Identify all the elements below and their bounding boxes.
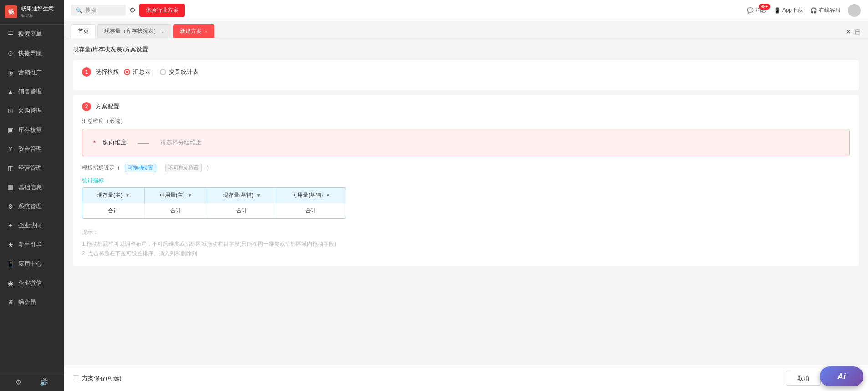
ai-float-button[interactable]: Ai <box>820 366 863 386</box>
sidebar-item-label: 营销推广 <box>18 68 42 77</box>
sidebar-item-label: 新手引导 <box>18 241 42 249</box>
headphone-icon: 🎧 <box>810 7 817 14</box>
star-icon: ★ <box>6 241 15 249</box>
dimension-label: 汇总维度（必选） <box>82 118 850 125</box>
operation-icon: ◫ <box>6 164 15 172</box>
message-button[interactable]: 💬 消息 99+ <box>747 6 766 14</box>
sidebar-logo: 畅 畅康通好生意 标准版 <box>0 0 64 25</box>
save-option-label: 方案保存(可选) <box>82 374 122 382</box>
sidebar-item-basic-info[interactable]: ▤ 基础信息 <box>0 178 64 197</box>
crown-icon: ♛ <box>6 298 15 306</box>
col-header-4[interactable]: 可用量(基辅) ▼ <box>276 188 346 203</box>
sidebar-item-enterprise[interactable]: ✦ 企业协同 <box>0 216 64 235</box>
message-icon: 💬 <box>747 7 754 14</box>
radio-cross[interactable]: 交叉统计表 <box>160 68 199 76</box>
cell-1-3: 合计 <box>207 203 276 219</box>
sidebar-item-app-center[interactable]: 📱 应用中心 <box>0 254 64 273</box>
sidebar-item-quick-nav[interactable]: ⊙ 快捷导航 <box>0 44 64 63</box>
sidebar-item-search-menu[interactable]: ☰ 搜索菜单 <box>0 25 64 44</box>
ai-label: Ai <box>837 372 846 381</box>
sound-icon[interactable]: 🔊 <box>40 378 49 386</box>
sidebar-item-label: 畅会员 <box>18 298 36 306</box>
sidebar-item-label: 应用中心 <box>18 260 42 268</box>
topbar: 🔍 搜索 ⚙ 体验行业方案 💬 消息 99+ 📱 App下载 🎧 在线客服 <box>64 0 868 21</box>
save-option: 方案保存(可选) <box>73 374 122 382</box>
col-3-arrow-icon: ▼ <box>256 193 261 198</box>
col-2-arrow-icon: ▼ <box>188 193 192 198</box>
radio-summary-circle <box>124 69 130 75</box>
online-service-button[interactable]: 🎧 在线客服 <box>810 6 841 14</box>
main-area: 🔍 搜索 ⚙ 体验行业方案 💬 消息 99+ 📱 App下载 🎧 在线客服 <box>64 0 868 391</box>
avatar[interactable] <box>848 4 861 17</box>
topbar-right: 💬 消息 99+ 📱 App下载 🎧 在线客服 <box>747 4 861 17</box>
radio-summary[interactable]: 汇总表 <box>124 68 151 76</box>
col-header-1[interactable]: 现存量(主) ▼ <box>82 188 144 203</box>
sidebar-item-label: 搜索菜单 <box>18 30 42 38</box>
stats-section-label: 统计指标 <box>82 177 850 185</box>
sidebar-item-purchase[interactable]: ⊞ 采购管理 <box>0 101 64 120</box>
sidebar-item-operation[interactable]: ◫ 经营管理 <box>0 159 64 178</box>
cell-1-1: 合计 <box>82 203 144 219</box>
home-icon: ⊙ <box>6 49 15 57</box>
online-service-label: 在线客服 <box>819 6 841 14</box>
col-1-label: 现存量(主) <box>97 191 123 199</box>
cart-icon: ⊞ <box>6 107 15 115</box>
col-4-arrow-icon: ▼ <box>326 193 330 198</box>
radio-cross-circle <box>160 69 166 75</box>
tab-home-label: 首页 <box>78 27 89 35</box>
tab-home[interactable]: 首页 <box>71 24 96 38</box>
sidebar-item-system[interactable]: ⚙ 系统管理 <box>0 197 64 216</box>
tabbar: 首页 现存量（库存状况表） × 新建方案 × ✕ ⊞ <box>64 21 868 38</box>
vertical-dim-label: 纵向维度 <box>103 139 127 147</box>
cancel-button[interactable]: 取消 <box>786 371 821 386</box>
col-header-3[interactable]: 现存量(基辅) ▼ <box>207 188 276 203</box>
tab-new-scheme-close-icon[interactable]: × <box>204 29 207 34</box>
trial-button[interactable]: 体验行业方案 <box>139 4 185 17</box>
col-header-2[interactable]: 可用量(主) ▼ <box>144 188 207 203</box>
col-3-label: 现存量(基辅) <box>223 191 254 199</box>
section1-header: 1 选择模板 汇总表 交叉统计表 <box>82 67 850 77</box>
app-download-button[interactable]: 📱 App下载 <box>774 6 803 14</box>
template-radio-group: 汇总表 交叉统计表 <box>124 68 199 76</box>
topbar-left: 🔍 搜索 ⚙ 体验行业方案 <box>71 4 742 17</box>
tab-inventory-status[interactable]: 现存量（库存状况表） × <box>97 24 171 38</box>
search-box[interactable]: 🔍 搜索 <box>71 5 126 16</box>
gift-icon: ◈ <box>6 68 15 77</box>
sidebar-item-label: 企业微信 <box>18 279 42 287</box>
sidebar-item-sales[interactable]: ▲ 销售管理 <box>0 82 64 101</box>
tips-title: 提示： <box>82 227 850 237</box>
settings-gear-icon[interactable]: ⚙ <box>129 6 136 15</box>
settings-icon[interactable]: ⚙ <box>15 378 22 386</box>
sidebar-bottom: ⚙ 🔊 <box>0 373 64 391</box>
chart-icon: ▲ <box>6 87 15 96</box>
col-4-label: 可用量(基辅) <box>292 191 323 199</box>
table-row: 合计 合计 合计 合计 <box>82 203 346 219</box>
save-checkbox[interactable] <box>73 375 79 381</box>
sidebar-item-label: 经营管理 <box>18 164 42 172</box>
tab-inventory-close-icon[interactable]: × <box>162 29 164 34</box>
sidebar-item-label: 系统管理 <box>18 202 42 211</box>
sidebar-item-enterprise-wechat[interactable]: ◉ 企业微信 <box>0 273 64 293</box>
sidebar-item-newbie[interactable]: ★ 新手引导 <box>0 235 64 254</box>
sidebar-item-member[interactable]: ♛ 畅会员 <box>0 293 64 312</box>
tab-new-scheme[interactable]: 新建方案 × <box>173 24 214 38</box>
app-name: 畅康通好生意 <box>21 5 54 13</box>
stats-table-wrapper: 现存量(主) ▼ 可用量(主) ▼ <box>82 187 346 219</box>
sidebar-item-inventory[interactable]: ▣ 库存核算 <box>0 120 64 139</box>
sidebar: 畅 畅康通好生意 标准版 ☰ 搜索菜单 ⊙ 快捷导航 ◈ 营销推广 ▲ 销售管理… <box>0 0 64 391</box>
dimension-area[interactable]: * 纵向维度 —— 请选择分组维度 <box>82 129 850 156</box>
sidebar-item-label: 基础信息 <box>18 183 42 191</box>
col-1-arrow-icon: ▼ <box>125 193 130 198</box>
app-download-label: App下载 <box>782 6 803 14</box>
window-close-icon[interactable]: ✕ <box>845 27 851 36</box>
gear-icon: ⚙ <box>6 202 15 211</box>
phone-icon: 📱 <box>6 260 15 268</box>
window-expand-icon[interactable]: ⊞ <box>855 27 861 36</box>
wechat-icon: ◉ <box>6 279 15 287</box>
required-mark: * <box>93 139 96 146</box>
page-title: 现存量(库存状况表)方案设置 <box>73 46 859 54</box>
sidebar-item-finance[interactable]: ¥ 资金管理 <box>0 139 64 159</box>
sidebar-item-marketing[interactable]: ◈ 营销推广 <box>0 63 64 82</box>
logo-icon: 畅 <box>5 5 17 18</box>
section1-title: 选择模板 <box>96 68 119 76</box>
